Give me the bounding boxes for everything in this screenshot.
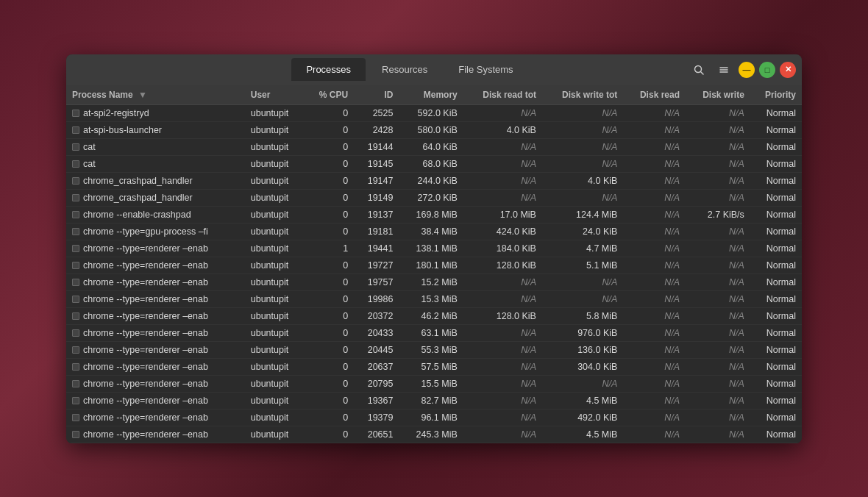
table-row[interactable]: chrome --type=renderer –enabubuntupit019… (66, 392, 802, 409)
process-disk-write: N/A (686, 240, 750, 257)
process-name: chrome --type=renderer –enab (66, 307, 245, 324)
process-memory: 138.1 MiB (399, 240, 463, 257)
process-memory: 15.2 MiB (399, 273, 463, 290)
process-disk-write: N/A (686, 138, 750, 155)
process-name: chrome --type=renderer –enab (66, 341, 245, 358)
tab-processes[interactable]: Processes (291, 58, 366, 81)
col-id[interactable]: ID (354, 85, 399, 105)
process-name: chrome --type=renderer –enab (66, 240, 245, 257)
process-icon (72, 177, 79, 185)
process-memory: 63.1 MiB (399, 324, 463, 341)
process-memory: 245.3 MiB (399, 426, 463, 443)
table-row[interactable]: chrome --type=renderer –enabubuntupit019… (66, 409, 802, 426)
process-user: ubuntupit (245, 138, 305, 155)
process-id: 20651 (354, 426, 399, 443)
process-id: 2428 (354, 121, 399, 138)
process-id: 20445 (354, 341, 399, 358)
col-disk-write-tot[interactable]: Disk write tot (542, 85, 623, 105)
col-disk-read[interactable]: Disk read (623, 85, 686, 105)
process-icon (72, 126, 79, 134)
table-row[interactable]: at-spi-bus-launcherubuntupit02428580.0 K… (66, 121, 802, 138)
process-user: ubuntupit (245, 206, 305, 223)
col-disk-read-tot[interactable]: Disk read tot (463, 85, 542, 105)
table-row[interactable]: chrome --type=renderer –enabubuntupit020… (66, 324, 802, 341)
table-row[interactable]: chrome --type=renderer –enabubuntupit119… (66, 240, 802, 257)
window-controls: — □ ✕ (689, 60, 796, 80)
process-name: chrome --type=gpu-process –fi (66, 223, 245, 240)
table-row[interactable]: chrome --type=renderer –enabubuntupit019… (66, 290, 802, 307)
table-row[interactable]: chrome --type=renderer –enabubuntupit020… (66, 307, 802, 324)
menu-button[interactable] (714, 60, 734, 80)
process-id: 19144 (354, 138, 399, 155)
table-row[interactable]: chrome --type=renderer –enabubuntupit020… (66, 358, 802, 375)
process-memory: 57.5 MiB (399, 358, 463, 375)
process-priority: Normal (750, 307, 802, 324)
sort-arrow: ▼ (138, 90, 147, 100)
col-name[interactable]: Process Name ▼ (66, 85, 245, 105)
minimize-button[interactable]: — (739, 62, 755, 78)
col-priority[interactable]: Priority (750, 85, 802, 105)
process-name: cat (66, 155, 245, 172)
process-id: 19757 (354, 273, 399, 290)
process-cpu: 0 (305, 375, 354, 392)
process-priority: Normal (750, 358, 802, 375)
process-disk-write: N/A (686, 358, 750, 375)
process-icon (72, 110, 79, 117)
process-user: ubuntupit (245, 172, 305, 189)
table-row[interactable]: chrome --type=renderer –enabubuntupit019… (66, 273, 802, 290)
table-row[interactable]: chrome_crashpad_handlerubuntupit01914724… (66, 172, 802, 189)
table-row[interactable]: at-spi2-registrydubuntupit02525592.0 KiB… (66, 104, 802, 121)
table-row[interactable]: chrome --type=renderer –enabubuntupit020… (66, 375, 802, 392)
process-priority: Normal (750, 341, 802, 358)
process-cpu: 0 (305, 392, 354, 409)
table-row[interactable]: chrome --type=renderer –enabubuntupit019… (66, 257, 802, 273)
process-id: 19379 (354, 409, 399, 426)
col-cpu[interactable]: % CPU (305, 85, 354, 105)
tab-resources[interactable]: Resources (367, 58, 442, 81)
col-user[interactable]: User (245, 85, 305, 105)
process-priority: Normal (750, 104, 802, 121)
process-priority: Normal (750, 324, 802, 341)
table-row[interactable]: chrome --enable-crashpadubuntupit0191371… (66, 206, 802, 223)
process-memory: 96.1 MiB (399, 409, 463, 426)
process-disk-write: N/A (686, 290, 750, 307)
process-icon (72, 296, 79, 303)
table-row[interactable]: catubuntupit01914464.0 KiBN/AN/AN/AN/ANo… (66, 138, 802, 155)
process-disk-write: N/A (686, 392, 750, 409)
table-row[interactable]: chrome --type=renderer –enabubuntupit020… (66, 341, 802, 358)
table-row[interactable]: chrome_crashpad_handlerubuntupit01914927… (66, 189, 802, 206)
process-icon (72, 211, 79, 218)
col-memory[interactable]: Memory (399, 85, 463, 105)
tab-bar: ProcessesResourcesFile Systems (131, 58, 689, 81)
process-disk-write: N/A (686, 257, 750, 273)
process-name: chrome --type=renderer –enab (66, 273, 245, 290)
process-memory: 46.2 MiB (399, 307, 463, 324)
table-row[interactable]: catubuntupit01914568.0 KiBN/AN/AN/AN/ANo… (66, 155, 802, 172)
process-memory: 272.0 KiB (399, 189, 463, 206)
process-memory: 592.0 KiB (399, 104, 463, 121)
process-user: ubuntupit (245, 375, 305, 392)
close-button[interactable]: ✕ (780, 62, 796, 78)
process-memory: 68.0 KiB (399, 155, 463, 172)
process-id: 20372 (354, 307, 399, 324)
process-priority: Normal (750, 409, 802, 426)
process-disk-write: N/A (686, 223, 750, 240)
process-name: chrome --type=renderer –enab (66, 409, 245, 426)
process-cpu: 0 (305, 223, 354, 240)
process-table: Process Name ▼ User % CPU ID Memory Disk… (66, 85, 802, 443)
process-name: chrome --type=renderer –enab (66, 324, 245, 341)
col-disk-write[interactable]: Disk write (686, 85, 750, 105)
titlebar: ProcessesResourcesFile Systems — □ ✕ (66, 54, 802, 85)
process-id: 19137 (354, 206, 399, 223)
tab-filesystems[interactable]: File Systems (444, 58, 527, 81)
table-header: Process Name ▼ User % CPU ID Memory Disk… (66, 85, 802, 105)
process-priority: Normal (750, 426, 802, 443)
process-cpu: 0 (305, 121, 354, 138)
process-priority: Normal (750, 392, 802, 409)
maximize-button[interactable]: □ (759, 62, 775, 78)
process-user: ubuntupit (245, 121, 305, 138)
table-row[interactable]: chrome --type=renderer –enabubuntupit020… (66, 426, 802, 443)
process-icon (72, 262, 79, 269)
search-button[interactable] (689, 60, 709, 80)
table-row[interactable]: chrome --type=gpu-process –fiubuntupit01… (66, 223, 802, 240)
